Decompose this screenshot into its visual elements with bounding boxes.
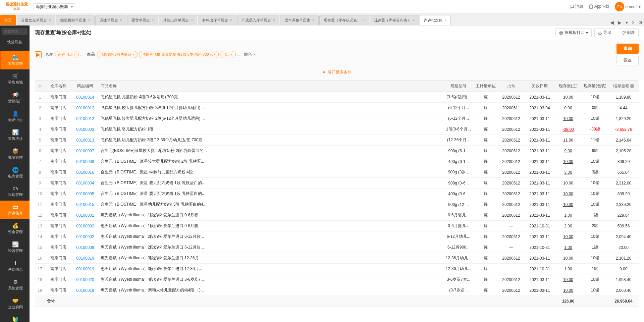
tab-close-cailiao[interactable]: ×: [230, 18, 232, 22]
user-area[interactable]: Ea demo2 ▾: [615, 2, 641, 11]
product-tag-1[interactable]: 飞鹤奶粉3段两提装 ×: [97, 51, 138, 58]
search-input[interactable]: [2, 28, 28, 35]
row-code[interactable]: 00100004: [72, 178, 99, 189]
row-qty[interactable]: 1.00: [555, 242, 582, 253]
row-code[interactable]: 00100002: [72, 231, 99, 242]
row-qty[interactable]: 3.00: [555, 167, 582, 178]
tab-chanpin[interactable]: 产成品入库单历史 ×: [237, 15, 279, 25]
export-btn[interactable]: 导出: [594, 28, 615, 37]
tab-kucun2[interactable]: 现存量（库存分布表） ×: [370, 15, 419, 25]
column-settings-icon[interactable]: ⚙: [38, 84, 42, 89]
tab-diaobo[interactable]: 调拨单历史 ×: [95, 15, 126, 25]
row-code[interactable]: 00100020: [72, 274, 99, 285]
sidebar-item-retail-shop[interactable]: 🛒 零售商城: [0, 69, 30, 88]
tab-close-chengben[interactable]: ×: [312, 18, 314, 22]
tab-close-kucun1[interactable]: ×: [363, 18, 365, 22]
tab-fenpan[interactable]: 分量盘点单历史 ×: [17, 15, 55, 25]
row-qty[interactable]: 1.00: [555, 264, 582, 274]
sidebar-item-retail-stats[interactable]: 📊 零售统计: [0, 126, 30, 145]
row-code[interactable]: 00100012: [72, 113, 99, 124]
tab-cailiao[interactable]: 材料出库单历史 ×: [198, 15, 236, 25]
filter-expand-arrow[interactable]: ▶: [35, 51, 42, 58]
row-qty[interactable]: 10.00: [555, 231, 582, 242]
messages-btn[interactable]: 消息: [570, 4, 583, 9]
app-download-btn[interactable]: App下载: [589, 4, 609, 9]
tab-home[interactable]: 首页: [0, 15, 16, 25]
tab-close-fenpan[interactable]: ×: [49, 18, 51, 22]
row-code[interactable]: 00100005: [72, 189, 99, 199]
query-btn[interactable]: 查询: [616, 44, 639, 54]
sidebar-item-ops[interactable]: 📈 经营管理: [0, 238, 30, 257]
row-qty[interactable]: 10.00: [555, 156, 582, 167]
product-tag-3[interactable]: 飞... ×: [220, 51, 236, 58]
row-code[interactable]: 00100008: [72, 156, 99, 167]
tab-kucun1[interactable]: 现存量（库存状况表） ×: [319, 15, 369, 25]
product-tag-2-remove[interactable]: ×: [214, 53, 216, 56]
sidebar-item-members[interactable]: 👤 会员中心: [0, 107, 30, 126]
row-code[interactable]: 00100018: [72, 285, 99, 296]
tab-qtchu[interactable]: 其他出库单历史 ×: [159, 15, 197, 25]
row-qty[interactable]: 1.00: [555, 210, 582, 221]
row-code[interactable]: 00100019: [72, 264, 99, 274]
tab-close-qtchu[interactable]: ×: [191, 18, 193, 22]
row-code[interactable]: 00100002: [72, 210, 99, 221]
tab-close-kucun3[interactable]: ×: [444, 18, 446, 22]
product-more[interactable]: ...: [237, 52, 240, 57]
row-code[interactable]: 00100014: [72, 92, 99, 103]
breadcrumb-select[interactable]: 母婴行业演示账套: [34, 3, 75, 10]
warehouse-tag-remove[interactable]: ×: [74, 53, 76, 56]
row-qty[interactable]: 0.00: [555, 103, 582, 113]
warehouse-more[interactable]: ...: [80, 52, 84, 57]
row-code[interactable]: 00100003: [72, 124, 99, 135]
tab-menu[interactable]: ▾: [624, 20, 630, 25]
tab-yaohuo[interactable]: 要货单历史 ×: [127, 15, 158, 25]
row-qty[interactable]: -39.00: [555, 124, 582, 135]
row-code[interactable]: 00100019: [72, 253, 99, 264]
sidebar-item-collab[interactable]: 🤝 企业协同: [0, 294, 30, 313]
row-qty[interactable]: 10.00: [555, 189, 582, 199]
row-code[interactable]: 00100015: [72, 199, 99, 210]
row-qty[interactable]: 10.00: [555, 199, 582, 210]
sidebar-item-ecommerce[interactable]: 🌐 电商管理: [0, 163, 30, 182]
sidebar-item-inventory[interactable]: 🗃 库存核算: [0, 201, 30, 219]
tab-close-all[interactable]: ×: [630, 20, 637, 25]
sidebar-nav-item-quick[interactable]: 快捷导航: [0, 38, 30, 47]
print-btn[interactable]: 按模板打印 ▾: [555, 28, 592, 37]
tab-prev[interactable]: ◀: [608, 20, 616, 25]
sidebar-item-marketing[interactable]: 📢 营销推广: [0, 88, 30, 107]
row-code[interactable]: 00100002: [72, 221, 99, 231]
settings-btn[interactable]: 设置: [616, 55, 639, 65]
sidebar-item-wholesale[interactable]: 📦 批发管理: [0, 145, 30, 163]
tab-close-chanpin[interactable]: ×: [273, 18, 275, 22]
tab-close-kucun2[interactable]: ×: [413, 18, 415, 22]
tab-zuzhuang[interactable]: 组装拆卸单历史 ×: [56, 15, 95, 25]
row-qty[interactable]: 10.00: [555, 92, 582, 103]
sidebar-item-guide[interactable]: 🔰 新手引导: [0, 313, 30, 322]
product-tag-1-remove[interactable]: ×: [132, 53, 135, 56]
product-tag-2[interactable]: 飞鹤星飞帆 儿童奶粉 4段(3-6岁适用) 700克 ×: [139, 51, 219, 58]
th-settings[interactable]: ⚙: [35, 80, 45, 92]
row-qty[interactable]: 10.00: [555, 274, 582, 285]
tab-close-yaohuo[interactable]: ×: [152, 18, 154, 22]
row-code[interactable]: 00100012: [72, 103, 99, 113]
sidebar-item-purchase[interactable]: 🛍 采购管理: [0, 182, 30, 201]
print-dropdown-icon[interactable]: ▾: [586, 31, 588, 35]
row-qty[interactable]: 10.00: [555, 178, 582, 189]
row-code[interactable]: 00100007: [72, 146, 99, 156]
sidebar-item-system[interactable]: ⚙ 系统管理: [0, 275, 30, 294]
row-qty[interactable]: 11.00: [555, 135, 582, 146]
warehouse-tag[interactable]: 南岸门店 ×: [55, 51, 79, 58]
sidebar-item-retail[interactable]: 🏪 零售管理: [0, 51, 30, 69]
sidebar-item-basic[interactable]: ℹ 基础信息: [0, 257, 30, 275]
tab-restore[interactable]: ⊡: [637, 20, 644, 25]
sidebar-item-finance[interactable]: 💰 资金管理: [0, 219, 30, 238]
row-qty[interactable]: 2.00: [555, 221, 582, 231]
tab-close-diaobo[interactable]: ×: [120, 18, 122, 22]
row-code[interactable]: 00100016: [72, 167, 99, 178]
row-qty[interactable]: 10.00: [555, 285, 582, 296]
amount-info-icon[interactable]: i: [630, 84, 634, 88]
product-tag-3-remove[interactable]: ×: [231, 53, 233, 56]
tab-chengben[interactable]: 成本调整单历史 ×: [280, 15, 319, 25]
refresh-btn[interactable]: 刷新: [618, 28, 639, 37]
row-code[interactable]: 00100009: [72, 242, 99, 253]
